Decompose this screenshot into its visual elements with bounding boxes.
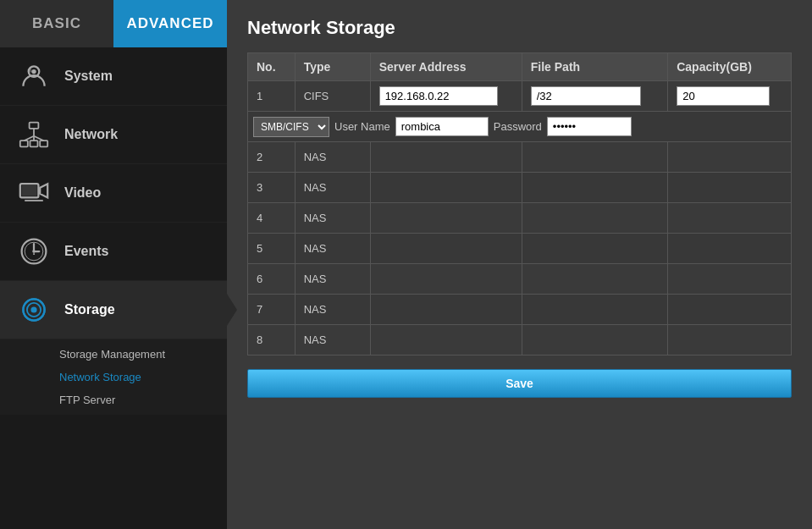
inline-form: SMB/CIFS NAS User Name Password	[253, 117, 786, 137]
table-header-row: No. Type Server Address File Path Capaci…	[248, 53, 792, 81]
svg-point-1	[31, 69, 36, 74]
svg-text:!: !	[32, 245, 36, 257]
sub-item-network-storage[interactable]: Network Storage	[59, 366, 227, 388]
row2-type: NAS	[295, 142, 370, 173]
row2-no: 2	[248, 142, 296, 173]
sidebar-item-system[interactable]: System	[0, 47, 227, 106]
row3-no: 3	[248, 173, 296, 203]
tab-bar: BASIC ADVANCED	[0, 0, 227, 47]
row7-type: NAS	[295, 295, 370, 325]
sidebar-item-storage[interactable]: Storage	[0, 281, 227, 339]
header-file-path: File Path	[522, 53, 667, 81]
svg-rect-5	[30, 141, 38, 146]
table-row-5: 5 NAS	[248, 234, 792, 264]
svg-rect-6	[40, 141, 47, 146]
row1-capacity	[668, 81, 792, 112]
sidebar-label-events: Events	[64, 244, 108, 259]
password-label: Password	[494, 120, 542, 133]
row1-file-path	[522, 81, 667, 112]
sub-item-storage-management[interactable]: Storage Management	[59, 343, 227, 366]
row2-filepath	[522, 142, 667, 173]
row8-no: 8	[248, 325, 296, 355]
username-input[interactable]	[395, 117, 489, 136]
table-row-3: 3 NAS	[248, 173, 792, 203]
sidebar-label-video: Video	[64, 185, 101, 201]
header-capacity: Capacity(GB)	[668, 53, 792, 81]
sidebar-item-network[interactable]: Network	[0, 106, 227, 164]
row7-no: 7	[248, 295, 296, 325]
sidebar-label-storage: Storage	[64, 302, 115, 317]
svg-marker-13	[40, 184, 47, 197]
table-row-1: 1 CIFS	[248, 81, 792, 112]
svg-rect-2	[28, 69, 32, 73]
row5-no: 5	[248, 234, 296, 264]
system-icon	[17, 59, 51, 93]
sidebar: BASIC ADVANCED System	[0, 0, 227, 529]
row2-server	[370, 142, 522, 173]
row5-type: NAS	[295, 234, 370, 264]
row1-edit-cell: SMB/CIFS NAS User Name Password	[248, 112, 792, 142]
sidebar-label-network: Network	[64, 127, 118, 142]
tab-advanced[interactable]: ADVANCED	[113, 0, 227, 47]
svg-rect-3	[30, 123, 39, 129]
svg-rect-12	[22, 185, 37, 196]
server-address-input[interactable]	[379, 86, 498, 106]
sidebar-label-system: System	[64, 69, 113, 84]
video-icon	[17, 176, 51, 210]
svg-point-23	[30, 306, 36, 312]
storage-sub-items: Storage Management Network Storage FTP S…	[0, 339, 227, 415]
header-no: No.	[248, 53, 296, 81]
username-label: User Name	[334, 120, 390, 133]
capacity-input[interactable]	[677, 86, 770, 106]
type-select[interactable]: SMB/CIFS NAS	[253, 117, 329, 137]
svg-rect-4	[20, 141, 28, 146]
tab-basic[interactable]: BASIC	[0, 0, 113, 47]
events-icon: !	[17, 234, 51, 268]
nav-items: System Network	[0, 47, 227, 529]
row8-type: NAS	[295, 325, 370, 355]
header-server-address: Server Address	[370, 53, 522, 81]
main-content: Network Storage No. Type Server Address …	[227, 0, 812, 529]
table-row-2: 2 NAS	[248, 142, 792, 173]
table-row-6: 6 NAS	[248, 264, 792, 295]
table-row-1-edit: SMB/CIFS NAS User Name Password	[248, 112, 792, 142]
save-button[interactable]: Save	[247, 369, 792, 398]
table-row-7: 7 NAS	[248, 295, 792, 325]
storage-icon	[17, 293, 51, 327]
sub-item-ftp-server[interactable]: FTP Server	[59, 388, 227, 411]
row6-no: 6	[248, 264, 296, 295]
header-type: Type	[295, 53, 370, 81]
row4-no: 4	[248, 203, 296, 234]
page-title: Network Storage	[247, 17, 792, 39]
file-path-input[interactable]	[531, 86, 641, 106]
row3-type: NAS	[295, 173, 370, 203]
row6-type: NAS	[295, 264, 370, 295]
sidebar-item-video[interactable]: Video	[0, 164, 227, 223]
row4-type: NAS	[295, 203, 370, 234]
password-input[interactable]	[547, 117, 632, 136]
row1-no: 1	[248, 81, 296, 112]
sidebar-item-events[interactable]: ! Events	[0, 223, 227, 281]
storage-table: No. Type Server Address File Path Capaci…	[247, 52, 792, 355]
row1-type: CIFS	[295, 81, 370, 112]
row1-server-address	[370, 81, 522, 112]
network-icon	[17, 118, 51, 152]
row2-capacity	[668, 142, 792, 173]
table-row-8: 8 NAS	[248, 325, 792, 355]
table-row-4: 4 NAS	[248, 203, 792, 234]
